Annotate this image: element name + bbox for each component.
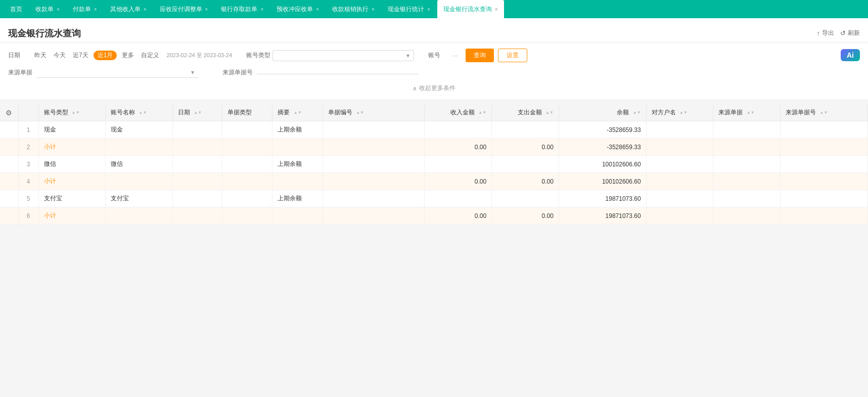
cell-account-name: 现金	[106, 121, 173, 139]
close-writeoff-icon[interactable]: ×	[372, 7, 375, 12]
cell-account-type: 小计	[38, 207, 106, 225]
date-btn-7days[interactable]: 近7天	[71, 51, 90, 60]
row-settings-cell	[0, 173, 18, 190]
collapse-bar[interactable]: ∧ 收起更多条件	[8, 83, 860, 94]
date-btn-today[interactable]: 今天	[52, 51, 68, 60]
cell-account-type: 小计	[38, 139, 106, 156]
col-income[interactable]: 收入金额 ▲▼	[425, 104, 492, 121]
cell-balance: 100102606.60	[559, 173, 646, 190]
col-summary[interactable]: 摘要 ▲▼	[272, 104, 323, 121]
row-settings-cell	[0, 121, 18, 139]
col-account-name[interactable]: 账号名称 ▲▼	[106, 104, 173, 121]
gear-icon[interactable]: ⚙	[6, 109, 12, 117]
cell-doc-number	[323, 173, 425, 190]
nav-other-income[interactable]: 其他收入单 ×	[104, 0, 153, 18]
cell-source-doc	[713, 207, 781, 225]
settings-button[interactable]: 设置	[498, 49, 527, 62]
col-doc-number[interactable]: 单据编号 ▲▼	[323, 104, 425, 121]
cell-account-name	[106, 207, 173, 225]
cell-account-name	[106, 139, 173, 156]
cell-summary	[272, 139, 323, 156]
close-cash-stats-icon[interactable]: ×	[427, 7, 430, 12]
date-range: 2023-02-24 至 2023-03-24	[166, 52, 232, 59]
close-adjustment-icon[interactable]: ×	[205, 7, 208, 12]
cell-source-doc	[713, 139, 781, 156]
cell-summary	[272, 207, 323, 225]
cell-doc-type	[222, 190, 272, 207]
col-row-num	[18, 104, 38, 121]
account-dots[interactable]: ···	[452, 52, 458, 59]
nav-payment[interactable]: 付款单 ×	[67, 0, 103, 18]
cell-expense: 0.00	[492, 139, 559, 156]
nav-writeoff[interactable]: 收款核销执行 ×	[326, 0, 381, 18]
filter-area: 日期 昨天 今天 近7天 近1月 更多 自定义 2023-02-24 至 202…	[0, 42, 868, 100]
collapse-label: 收起更多条件	[419, 84, 455, 93]
col-counterpart[interactable]: 对方户名 ▲▼	[646, 104, 713, 121]
date-btn-more[interactable]: 更多	[120, 51, 136, 60]
cell-balance: 100102606.60	[559, 156, 646, 173]
cell-account-name: 支付宝	[106, 190, 173, 207]
header-actions: ↑ 导出 ↺ 刷新	[817, 29, 860, 37]
source-doc-num-input[interactable]	[257, 71, 419, 74]
nav-adjustment[interactable]: 应收应付调整单 ×	[154, 0, 214, 18]
account-type-select[interactable]: ▾	[272, 50, 414, 61]
query-button[interactable]: 查询	[466, 49, 494, 62]
nav-cash-flow[interactable]: 现金银行流水查询 ×	[437, 0, 504, 18]
cell-doc-number	[323, 190, 425, 207]
nav-bank-deposit[interactable]: 银行存取款单 ×	[215, 0, 269, 18]
cell-account-type: 小计	[38, 173, 106, 190]
account-type-filter: 账号类型 ▾	[246, 50, 414, 61]
source-doc-select[interactable]: ▾	[36, 67, 198, 78]
ai-badge[interactable]: Ai	[841, 49, 860, 61]
col-settings[interactable]: ⚙	[0, 104, 18, 121]
close-payment-icon[interactable]: ×	[94, 7, 97, 12]
cell-expense	[492, 156, 559, 173]
cell-balance: -3528659.33	[559, 121, 646, 139]
cell-balance: -3528659.33	[559, 139, 646, 156]
close-cash-flow-icon[interactable]: ×	[495, 7, 498, 12]
col-balance[interactable]: 余额 ▲▼	[559, 104, 646, 121]
close-receipt-icon[interactable]: ×	[57, 7, 60, 12]
row-number: 1	[18, 121, 38, 139]
nav-cash-stats[interactable]: 现金银行统计 ×	[382, 0, 436, 18]
date-btn-yesterday[interactable]: 昨天	[32, 51, 49, 60]
row-number: 5	[18, 190, 38, 207]
cell-summary: 上期余额	[272, 121, 323, 139]
cell-income: 0.00	[425, 173, 492, 190]
cell-balance: 19871073.60	[559, 207, 646, 225]
cell-doc-number	[323, 207, 425, 225]
sort-arrows-date: ▲▼	[194, 111, 202, 115]
date-btn-1month[interactable]: 近1月	[94, 51, 117, 60]
table-row: 6小计0.000.0019871073.60	[0, 207, 868, 225]
cell-source-doc	[713, 156, 781, 173]
refresh-button[interactable]: ↺ 刷新	[840, 29, 860, 37]
cell-account-type: 微信	[38, 156, 106, 173]
row-number: 4	[18, 173, 38, 190]
row-number: 6	[18, 207, 38, 225]
close-prepay-icon[interactable]: ×	[316, 7, 319, 12]
nav-home[interactable]: 首页	[4, 0, 28, 18]
col-date[interactable]: 日期 ▲▼	[172, 104, 222, 121]
cell-source-doc-num	[781, 139, 868, 156]
collapse-up-icon: ∧	[413, 85, 417, 92]
col-source-doc[interactable]: 来源单据 ▲▼	[713, 104, 781, 121]
close-other-income-icon[interactable]: ×	[144, 7, 147, 12]
nav-receipt[interactable]: 收款单 ×	[29, 0, 66, 18]
col-expense[interactable]: 支出金额 ▲▼	[492, 104, 559, 121]
col-account-type[interactable]: 账号类型 ▲▼	[38, 104, 106, 121]
cell-counterpart	[646, 156, 713, 173]
cell-counterpart	[646, 139, 713, 156]
sort-arrows-summary: ▲▼	[294, 111, 302, 115]
nav-prepay[interactable]: 预收冲应收单 ×	[270, 0, 325, 18]
col-source-doc-num[interactable]: 来源单据号 ▲▼	[781, 104, 868, 121]
close-bank-deposit-icon[interactable]: ×	[260, 7, 263, 12]
row-number: 3	[18, 156, 38, 173]
row-settings-cell	[0, 139, 18, 156]
table-header-row: ⚙ 账号类型 ▲▼ 账号名称 ▲▼ 日期 ▲▼ 单据类型	[0, 104, 868, 121]
cell-doc-number	[323, 139, 425, 156]
date-btn-custom[interactable]: 自定义	[139, 51, 161, 60]
export-button[interactable]: ↑ 导出	[817, 29, 835, 37]
account-filter: 账号 ···	[428, 51, 458, 60]
filter-row-2: 来源单据 ▾ 来源单据号	[8, 67, 860, 78]
cell-expense: 0.00	[492, 207, 559, 225]
